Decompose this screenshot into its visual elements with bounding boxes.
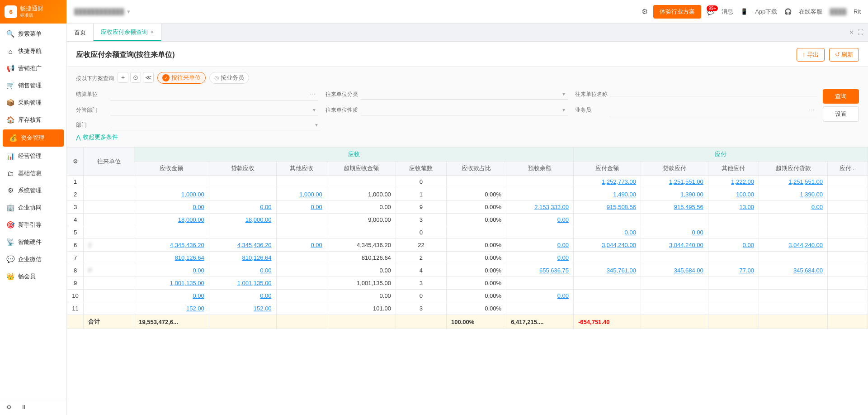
schema-by-salesman[interactable]: ◎ 按业务员 (209, 72, 249, 84)
schema-by-partner[interactable]: ✓ 按往来单位 (157, 72, 206, 84)
table-cell[interactable]: 1,001,135.00 (209, 277, 276, 290)
table-cell[interactable] (506, 277, 574, 290)
partnername-input[interactable] (610, 92, 817, 96)
table-cell[interactable] (574, 214, 641, 226)
table-cell[interactable]: 345,684.00 (641, 264, 708, 277)
app-download-label[interactable]: App下载 (755, 8, 777, 16)
table-cell[interactable] (708, 290, 759, 302)
table-cell[interactable]: 0.00 (209, 264, 276, 277)
table-cell[interactable] (276, 302, 327, 315)
subdept-input[interactable]: ▾ (110, 120, 321, 130)
table-cell[interactable] (276, 252, 327, 264)
sidebar-item-baseinfo[interactable]: 🗂 基础信息 (0, 165, 66, 182)
sidebar-item-sales[interactable]: 🛒 销售管理 (0, 77, 66, 94)
expand-icon[interactable]: ⛶ (858, 29, 863, 36)
sidebar-item-hardware[interactable]: 📡 智能硬件 (0, 234, 66, 251)
table-cell[interactable] (708, 252, 759, 264)
query-btn[interactable]: 查询 (823, 89, 859, 104)
sidebar-item-enterprise[interactable]: 🏢 企业协同 (0, 199, 66, 216)
table-cell[interactable]: 1,390.00 (641, 188, 708, 201)
table-cell[interactable]: 0.00 (708, 239, 759, 252)
table-cell[interactable]: 345,684.00 (759, 264, 827, 277)
table-cell[interactable] (574, 302, 641, 315)
sidebar-item-quicknav[interactable]: ⌂ 快捷导航 (0, 43, 66, 60)
table-cell[interactable] (708, 214, 759, 226)
solution-btn[interactable]: 体验行业方案 (653, 5, 701, 19)
table-cell[interactable]: 810,126.64 (209, 252, 276, 264)
company-dots-icon[interactable]: ··· (310, 90, 316, 98)
salesman-dots-icon[interactable]: ··· (809, 106, 815, 114)
table-cell[interactable] (276, 214, 327, 226)
sidebar-item-operations[interactable]: 📊 经营管理 (0, 148, 66, 165)
table-cell[interactable]: 13.00 (708, 201, 759, 214)
salesman-input[interactable]: ··· (609, 104, 817, 116)
set-btn[interactable]: 设置 (823, 106, 859, 122)
table-cell[interactable] (759, 252, 827, 264)
table-cell[interactable]: 1,251,551.00 (641, 176, 708, 188)
sidebar-item-wechat[interactable]: 💬 企业微信 (0, 251, 66, 268)
table-cell[interactable] (574, 252, 641, 264)
table-cell[interactable]: 345,761.00 (574, 264, 641, 277)
table-cell[interactable]: 4,345,436.20 (134, 239, 209, 252)
tab-close-icon[interactable]: × (151, 29, 154, 35)
table-cell[interactable]: 0.00 (209, 201, 276, 214)
table-cell[interactable] (209, 176, 276, 188)
partnercat-input[interactable]: ▾ (361, 89, 568, 100)
table-cell[interactable] (708, 302, 759, 315)
table-cell[interactable]: 18,000.00 (134, 214, 209, 226)
table-cell[interactable] (759, 290, 827, 302)
table-cell[interactable]: 0.00 (276, 201, 327, 214)
table-cell[interactable] (209, 188, 276, 201)
table-cell[interactable] (574, 290, 641, 302)
table-cell[interactable] (506, 188, 574, 201)
table-cell[interactable]: 0.00 (134, 264, 209, 277)
table-cell[interactable] (134, 176, 209, 188)
table-cell[interactable]: 1,001,135.00 (134, 277, 209, 290)
table-cell[interactable]: 3,044,240.00 (759, 239, 827, 252)
table-cell[interactable]: 0.00 (134, 290, 209, 302)
sidebar-item-system[interactable]: ⚙ 系统管理 (0, 182, 66, 199)
table-cell[interactable]: 810,126.64 (134, 252, 209, 264)
table-cell[interactable]: 655,636.75 (506, 264, 574, 277)
company-input[interactable]: ··· (110, 88, 318, 100)
app-download-icon[interactable]: 📱 (741, 8, 748, 15)
table-cell[interactable] (276, 277, 327, 290)
table-cell[interactable] (134, 226, 209, 239)
partnernature-input[interactable]: ▾ (361, 105, 568, 115)
table-cell[interactable]: 4,345,436.20 (209, 239, 276, 252)
table-cell[interactable] (276, 290, 327, 302)
table-cell[interactable] (708, 277, 759, 290)
sidebar-item-finance[interactable]: 💰 资金管理 (3, 129, 64, 147)
collapse-icon[interactable]: ⏸ (21, 404, 27, 410)
table-cell[interactable]: 1,000.00 (134, 188, 209, 201)
collapse-schema-btn[interactable]: ≪ (143, 72, 154, 83)
table-cell[interactable] (276, 226, 327, 239)
table-cell[interactable] (759, 214, 827, 226)
message-btn[interactable]: 💬 99+ (707, 8, 714, 15)
tab-home[interactable]: 首页 (67, 24, 94, 41)
table-cell[interactable] (506, 226, 574, 239)
table-cell[interactable] (708, 226, 759, 239)
add-schema-btn[interactable]: + (118, 72, 128, 83)
col-settings-header[interactable]: ⚙ (67, 148, 84, 176)
dept-input[interactable]: ▾ (110, 105, 318, 115)
table-cell[interactable]: 2,153,333.00 (506, 201, 574, 214)
sidebar-item-member[interactable]: 👑 畅会员 (0, 268, 66, 285)
settings-icon[interactable]: ⚙ (73, 158, 78, 165)
table-cell[interactable]: 0.00 (759, 201, 827, 214)
settings-schema-btn[interactable]: ⊙ (130, 72, 141, 83)
table-cell[interactable]: 0.00 (506, 239, 574, 252)
table-cell[interactable] (276, 264, 327, 277)
collapse-more-btn[interactable]: ⋀ 收起更多条件 (76, 133, 859, 141)
table-cell[interactable]: 152.00 (134, 302, 209, 315)
table-cell[interactable] (641, 214, 708, 226)
online-service-icon[interactable]: 🎧 (784, 8, 792, 15)
export-btn[interactable]: ↑ 导出 (797, 48, 825, 62)
table-cell[interactable]: 0.00 (276, 239, 327, 252)
table-cell[interactable]: 0.00 (506, 290, 574, 302)
table-cell[interactable]: 1,490.00 (574, 188, 641, 201)
table-area[interactable]: ⚙ 往来单位 应收 应付 应收金额 贷款应收 其他应收 超期应收金额 应收笔数 … (67, 147, 868, 415)
table-cell[interactable] (759, 302, 827, 315)
refresh-btn[interactable]: ↺ 刷新 (829, 48, 859, 62)
table-cell[interactable]: 0.00 (506, 252, 574, 264)
